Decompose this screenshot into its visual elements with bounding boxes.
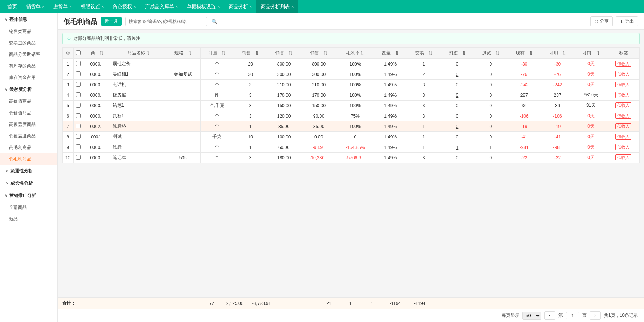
sidebar-group-marketing[interactable]: ∨ 营销推广分析 [0, 189, 57, 202]
close-icon[interactable]: × [102, 4, 104, 9]
col-spec[interactable]: 规格...⇅ [166, 48, 200, 59]
col-available[interactable]: 可用...⇅ [541, 48, 574, 59]
nav-item-analysis-list[interactable]: 商品分析列表 × [256, 0, 298, 13]
row-browse1[interactable]: 0 [440, 59, 474, 69]
col-gross-rate[interactable]: 毛利率⇅ [337, 48, 374, 59]
sidebar-item-high-margin[interactable]: 高毛利商品 [0, 142, 57, 153]
row-checkbox[interactable] [74, 153, 83, 163]
nav-item-sales[interactable]: 销货单 × [22, 0, 49, 13]
col-sales-price[interactable]: 销售...⇅ [267, 48, 301, 59]
row-checkbox[interactable] [74, 90, 83, 101]
sidebar-group-growth[interactable]: ＞ 成长性分析 [0, 177, 57, 189]
close-icon[interactable]: × [291, 4, 294, 9]
sidebar-item-category-rate[interactable]: 商品分类助销率 [0, 49, 57, 60]
share-button[interactable]: ⬡ 分享 [590, 16, 613, 26]
row-browse1[interactable]: 0 [440, 80, 474, 90]
chevron-down-icon: ∨ [4, 193, 8, 198]
col-unit[interactable]: 计量...⇅ [200, 48, 234, 59]
col-checkbox[interactable] [74, 48, 83, 59]
select-all-checkbox[interactable] [76, 50, 81, 55]
row-select-checkbox[interactable] [76, 124, 81, 128]
row-gross-rate: 100% [337, 90, 374, 101]
col-sales-qty[interactable]: 销售...⇅ [234, 48, 267, 59]
row-checkbox[interactable] [74, 80, 83, 90]
close-icon[interactable]: × [134, 4, 136, 9]
row-browse1[interactable]: 0 [440, 121, 474, 132]
nav-item-permission[interactable]: 权限设置 × [76, 0, 108, 13]
col-sales-amount[interactable]: 销售...⇅ [301, 48, 337, 59]
export-button[interactable]: ⬇ 导出 [616, 16, 638, 26]
row-select-checkbox[interactable] [76, 92, 81, 97]
sidebar-item-all-products[interactable]: 全部商品 [0, 202, 57, 213]
col-current-stock[interactable]: 现有...⇅ [507, 48, 541, 59]
nav-item-role[interactable]: 角色授权 × [108, 0, 140, 13]
sidebar-item-in-stock[interactable]: 有库存的商品 [0, 60, 57, 72]
sidebar-item-new-products[interactable]: 新品 [0, 213, 57, 225]
sidebar-item-low-coverage[interactable]: 低覆盖度商品 [0, 130, 57, 142]
row-select-checkbox[interactable] [76, 113, 81, 118]
row-select-checkbox[interactable] [76, 71, 81, 76]
col-browse1[interactable]: 浏览...⇅ [440, 48, 474, 59]
nav-item-home[interactable]: 首页 [3, 0, 22, 13]
row-checkbox[interactable] [74, 111, 83, 121]
time-filter-button[interactable]: 近一月 [101, 17, 122, 26]
row-select-checkbox[interactable] [76, 134, 81, 139]
per-page-select[interactable]: 50 100 200 [522, 312, 541, 320]
sidebar-item-low-value[interactable]: 低价值商品 [0, 107, 57, 119]
page-number-input[interactable] [566, 312, 579, 319]
row-browse2: 0 [474, 90, 507, 101]
close-icon[interactable]: × [42, 4, 44, 9]
sidebar-item-high-value[interactable]: 高价值商品 [0, 96, 57, 107]
sidebar-item-low-margin[interactable]: 低毛利商品 [0, 153, 57, 165]
row-settings: 1 [63, 59, 74, 69]
row-gross-rate: 100% [337, 101, 374, 111]
row-select-checkbox[interactable] [76, 82, 81, 87]
page-suffix: 页 [582, 312, 587, 319]
col-coverage[interactable]: 覆盖...⇅ [374, 48, 407, 59]
row-browse1[interactable]: 0 [440, 153, 474, 163]
row-browse1[interactable]: 0 [440, 111, 474, 121]
row-code: 0000... [83, 142, 111, 153]
row-checkbox[interactable] [74, 132, 83, 142]
row-checkbox[interactable] [74, 121, 83, 132]
row-browse1[interactable]: 0 [440, 90, 474, 101]
row-select-checkbox[interactable] [76, 61, 81, 66]
sidebar-item-stock-capital[interactable]: 库存资金占用 [0, 72, 57, 83]
nav-item-product-analysis[interactable]: 商品分析 × [224, 0, 256, 13]
search-input[interactable] [125, 17, 207, 26]
col-name[interactable]: 商品名称⇅ [111, 48, 166, 59]
nav-item-product-in[interactable]: 产成品入库单 × [141, 0, 182, 13]
prev-page-button[interactable]: ＜ [544, 311, 555, 320]
row-checkbox[interactable] [74, 69, 83, 80]
nav-item-template[interactable]: 单据模板设置 × [182, 0, 224, 13]
col-code[interactable]: 商...⇅ [83, 48, 111, 59]
close-icon[interactable]: × [69, 4, 71, 9]
col-trade[interactable]: 交易...⇅ [407, 48, 440, 59]
row-checkbox[interactable] [74, 101, 83, 111]
sidebar-item-sales-products[interactable]: 销售类商品 [0, 26, 57, 37]
row-checkbox[interactable] [74, 142, 83, 153]
sidebar-group-circulation[interactable]: ＞ 流通性分析 [0, 165, 57, 177]
row-select-checkbox[interactable] [76, 103, 81, 108]
col-settings[interactable]: ⚙ [63, 48, 74, 59]
row-browse1[interactable]: 0 [440, 132, 474, 142]
sidebar-item-traded-products[interactable]: 交易过的商品 [0, 37, 57, 49]
search-icon[interactable]: 🔍 [212, 19, 217, 24]
close-icon[interactable]: × [176, 4, 178, 9]
row-select-checkbox[interactable] [76, 155, 81, 160]
sidebar-item-high-coverage[interactable]: 高覆盖度商品 [0, 119, 57, 130]
row-sales-qty: 10 [234, 132, 267, 142]
row-browse1[interactable]: 1 [440, 142, 474, 153]
row-checkbox[interactable] [74, 59, 83, 69]
row-browse1[interactable]: 0 [440, 101, 474, 111]
row-select-checkbox[interactable] [76, 144, 81, 149]
col-browse2[interactable]: 浏览...⇅ [474, 48, 507, 59]
sidebar-group-category-analysis[interactable]: ∨ 类射度分析 [0, 83, 57, 96]
close-icon[interactable]: × [250, 4, 252, 9]
col-saleable[interactable]: 可销...⇅ [574, 48, 608, 59]
close-icon[interactable]: × [217, 4, 220, 9]
sidebar-group-overall[interactable]: ∨ 整体信息 [0, 13, 57, 26]
nav-item-purchase[interactable]: 进货单 × [49, 0, 76, 13]
row-browse1[interactable]: 0 [440, 69, 474, 80]
next-page-button[interactable]: ＞ [590, 311, 601, 320]
